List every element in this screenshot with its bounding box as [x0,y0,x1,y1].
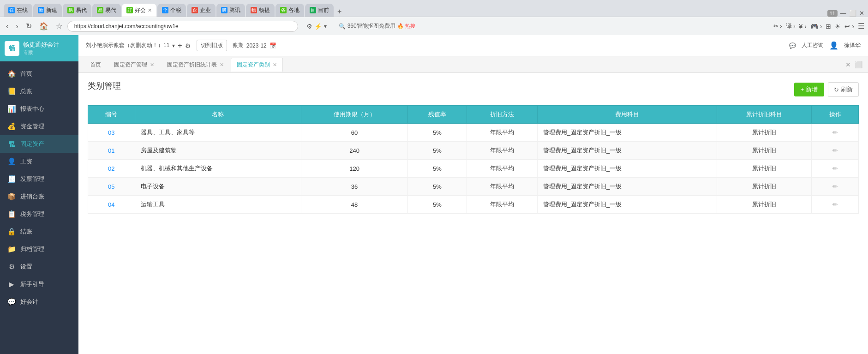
sidebar-item-fund[interactable]: 💰 资金管理 [0,118,78,135]
sidebar-item-home[interactable]: 🏠 首页 [0,65,78,83]
app-tab-category[interactable]: 固定资产类别 ✕ [231,58,283,72]
sidebar-item-settlement[interactable]: 🔒 结账 [0,223,78,240]
refresh-label: 刷新 [841,85,853,94]
app-tab-fixed-mgr[interactable]: 固定资产管理 ✕ [108,58,160,72]
table-row: 03 器具、工具、家具等 60 5% 年限平均 管理费用_固定资产折旧_一级 累… [88,124,859,142]
add-account-icon[interactable]: + [178,42,182,50]
sidebar-item-help[interactable]: 💬 好会计 [0,293,78,311]
archive-icon: 📁 [7,245,16,253]
sidebar-item-report[interactable]: 📊 报表中心 [0,100,78,118]
sidebar-item-settings[interactable]: ⚙ 设置 [0,258,78,276]
forward-button[interactable]: › [13,21,20,31]
sidebar-item-archive[interactable]: 📁 归档管理 [0,240,78,258]
sidebar-logo-text-block: 畅捷通好会计 专版 [23,41,59,56]
browser-tab-getax[interactable]: 个 个税 [157,4,186,17]
cell-action: ✏ [812,160,859,178]
add-category-button[interactable]: + 新增 [794,83,824,96]
grid-icon[interactable]: ⊞ [826,23,831,30]
browser-tools-icon: ⚙ [306,23,312,30]
sidebar-item-inventory[interactable]: 📦 进销台账 [0,188,78,205]
col-method: 折旧方法 [467,106,537,124]
help-icon: 💬 [7,298,16,306]
edit-button[interactable]: ✏ [832,129,838,136]
undo-icon[interactable]: ↩ › [844,23,854,30]
dropdown-icon[interactable]: ▾ [172,42,175,49]
browser-minimize-icon[interactable]: — [840,10,846,17]
sidebar-item-label: 好会计 [20,298,38,306]
cell-code: 01 [88,142,135,160]
page-actions: + 新增 ↻ 刷新 [794,82,859,97]
app-tab-close-icon[interactable]: ✕ [273,62,277,68]
cell-months: 36 [301,178,408,196]
back-button[interactable]: ‹ [4,21,11,31]
col-code: 编号 [88,106,135,124]
support-label[interactable]: 人工咨询 [802,42,824,49]
browser-tab-tencent[interactable]: 腾 腾讯 [216,4,245,17]
edit-button[interactable]: ✏ [832,165,838,172]
menu-icon[interactable]: ☰ [858,22,864,30]
app-tab-depreciation[interactable]: 固定资产折旧统计表 ✕ [161,58,230,72]
sidebar-item-fixed-asset[interactable]: 🏗 固定资产 [0,135,78,153]
tax-icon: 📋 [7,210,16,218]
table-row: 04 运输工具 48 5% 年限平均 管理费用_固定资产折旧_一级 累计折旧 ✏ [88,196,859,214]
browser-tab-changte[interactable]: 畅 畅提 [246,4,275,17]
tab-count-badge: 11 [827,10,838,17]
cell-method: 年限平均 [467,178,537,196]
sidebar-item-invoice[interactable]: 🧾 发票管理 [0,170,78,188]
cell-expense: 管理费用_固定资产折旧_一级 [537,124,717,142]
sidebar-logo-icon: 畅 [5,41,19,56]
calendar-icon[interactable]: 📅 [269,42,276,49]
tab-bar-close-icon[interactable]: ✕ [845,61,851,68]
cell-accumulated: 累计折旧 [717,142,812,160]
browser-tab-yidai1[interactable]: 易 易代 [63,4,91,17]
settings-gear-icon[interactable]: ⚙ [185,42,191,49]
sidebar: 畅 畅捷通好会计 专版 🏠 首页 📒 总账 📊 报表中心 💰 资金管理 [0,35,78,354]
browser-tab-enterprise[interactable]: 企 企业 [187,4,216,17]
browser-tab-label: 畅提 [259,6,270,14]
sidebar-menu: 🏠 首页 📒 总账 📊 报表中心 💰 资金管理 🏗 固定资产 👤 工资 [0,61,78,354]
home-nav-button[interactable]: 🏠 [37,21,51,31]
col-months: 使用期限（月） [301,106,408,124]
browser-tab-close-icon[interactable]: ✕ [148,7,152,13]
cut-icon[interactable]: ✂ › [773,23,782,30]
cell-name: 机器、机械和其他生产设备 [135,160,301,178]
cell-name: 房屋及建筑物 [135,142,301,160]
app-tab-close-icon[interactable]: ✕ [150,62,154,68]
browser-restore-icon[interactable]: ⬜ [849,10,856,17]
edit-button[interactable]: ✏ [832,147,838,154]
edit-button[interactable]: ✏ [832,183,838,190]
switch-version-button[interactable]: 切到旧版 [197,40,227,51]
refresh-button[interactable]: ↻ 刷新 [828,82,859,97]
browser-tab-yidai2[interactable]: 易 易代 [92,4,121,17]
cell-action: ✏ [812,142,859,160]
game-icon[interactable]: 🎮 › [810,23,822,30]
browser-tab-label: 腾讯 [229,6,240,14]
browser-tab-label: 易代 [76,6,87,14]
edit-button[interactable]: ✏ [832,201,838,208]
translate-icon[interactable]: 译 › [786,22,796,30]
browser-tab-new[interactable]: 新 新建 [33,4,62,17]
sidebar-item-ledger[interactable]: 📒 总账 [0,83,78,100]
new-tab-button[interactable]: + [335,6,344,17]
sidebar-item-tax[interactable]: 📋 税务管理 [0,205,78,223]
app-tab-close-icon[interactable]: ✕ [220,62,224,68]
reload-button[interactable]: ↻ [24,21,34,31]
col-accumulated: 累计折旧科目 [717,106,812,124]
bookmark-button[interactable]: ☆ [54,21,65,31]
browser-tab-haohui[interactable]: 好 好会 ✕ [122,4,156,17]
period-value: 2023-12 [246,42,267,49]
address-input[interactable] [67,21,298,32]
tab-bar-expand-icon[interactable]: ⬜ [855,61,862,68]
sun-icon[interactable]: ☀ [835,23,841,30]
cell-months: 48 [301,196,408,214]
cell-accumulated: 累计折旧 [717,124,812,142]
sidebar-item-payroll[interactable]: 👤 工资 [0,153,78,170]
app-tab-home[interactable]: 首页 [84,58,107,72]
currency-icon[interactable]: ¥ › [799,23,807,30]
browser-close-icon[interactable]: ✕ [859,10,864,17]
sidebar-item-guide[interactable]: ▶ 新手引导 [0,276,78,293]
browser-tab-muqian[interactable]: 目 目前 [305,4,334,17]
dropdown-arrow-icon[interactable]: ▾ [324,23,327,30]
browser-tab-zaixin[interactable]: 在 在线 [4,4,32,17]
browser-tab-gedi[interactable]: 各 各地 [275,4,304,17]
